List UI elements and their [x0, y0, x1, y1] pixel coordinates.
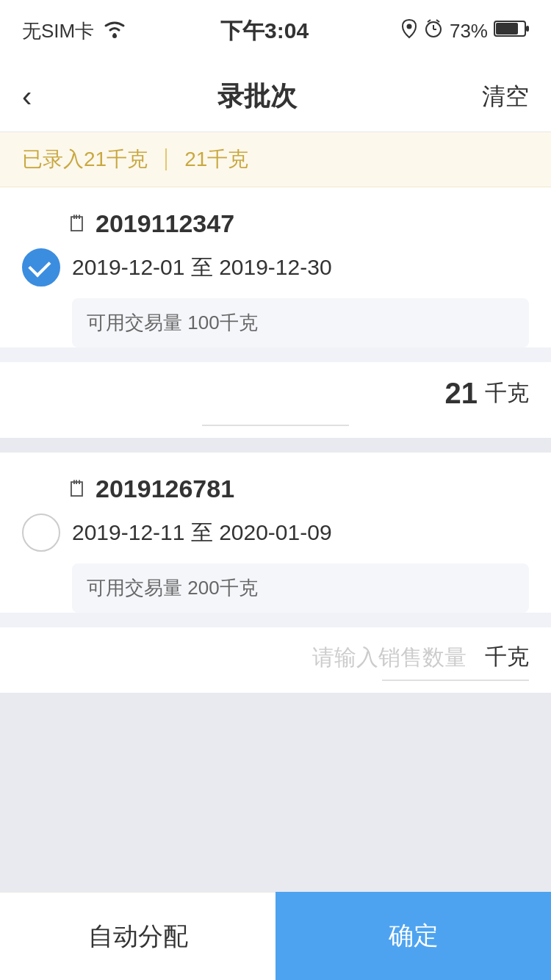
clear-button[interactable]: 清空	[482, 81, 529, 113]
batch1-qty-row: 21 千克	[0, 362, 551, 425]
batch2-input-line-wrap	[0, 680, 551, 693]
batch1-qty-value: 21	[445, 377, 478, 410]
back-button[interactable]: ‹	[22, 80, 32, 113]
batch-item-1: 🗒 2019112347 2019-12-01 至 2019-12-30 可用交…	[0, 187, 551, 347]
batch1-qty-line-wrap	[0, 425, 551, 438]
batch2-input-row[interactable]: 千克	[0, 627, 551, 680]
batch1-radio[interactable]	[22, 248, 60, 287]
svg-point-0	[112, 34, 117, 38]
page-title: 录批次	[217, 79, 297, 115]
status-right: 73%	[401, 18, 529, 44]
batch1-date: 2019-12-01 至 2019-12-30	[72, 253, 332, 283]
batch2-input-underline	[382, 680, 529, 681]
svg-rect-9	[526, 26, 529, 32]
auto-distribute-button[interactable]: 自动分配	[0, 892, 276, 980]
nav-bar: ‹ 录批次 清空	[0, 62, 551, 132]
bottom-bar: 自动分配 确定	[0, 892, 551, 980]
batch2-icon: 🗒	[66, 477, 88, 502]
wifi-icon	[101, 18, 128, 44]
batch1-header: 🗒 2019112347	[22, 209, 529, 238]
confirm-button[interactable]: 确定	[276, 892, 551, 980]
batch2-unit: 千克	[485, 642, 529, 672]
svg-point-1	[406, 24, 411, 29]
svg-line-6	[436, 20, 439, 22]
batch2-radio[interactable]	[22, 514, 60, 552]
batch2-date: 2019-12-11 至 2020-01-09	[72, 518, 332, 548]
batch1-id: 2019112347	[96, 209, 234, 238]
batch2-header: 🗒 2019126781	[22, 475, 529, 503]
info-bar: 已录入21千克 21千克	[0, 132, 551, 187]
total-label: 21千克	[184, 145, 248, 173]
status-bar: 无SIM卡 下午3:04 73%	[0, 0, 551, 62]
info-divider	[165, 148, 167, 170]
batch-item-2: 🗒 2019126781 2019-12-11 至 2020-01-09 可用交…	[0, 453, 551, 613]
svg-line-5	[428, 20, 431, 22]
location-icon	[401, 18, 417, 44]
batch1-qty-divider	[202, 425, 349, 426]
sim-text: 无SIM卡	[22, 18, 94, 44]
batch1-date-row[interactable]: 2019-12-01 至 2019-12-30	[22, 248, 529, 287]
batch1-icon: 🗒	[66, 212, 88, 237]
recorded-label: 已录入21千克	[22, 145, 148, 173]
status-time: 下午3:04	[220, 16, 309, 46]
batch2-avail: 可用交易量 200千克	[72, 563, 529, 613]
section-divider	[0, 438, 551, 453]
batch1-avail: 可用交易量 100千克	[72, 298, 529, 347]
batch2-date-row[interactable]: 2019-12-11 至 2020-01-09	[22, 514, 529, 552]
batch2-id: 2019126781	[96, 475, 234, 503]
battery-icon	[494, 19, 529, 43]
batch2-qty-input[interactable]	[257, 645, 478, 670]
svg-rect-8	[496, 23, 518, 35]
battery-percent: 73%	[450, 20, 488, 43]
alarm-icon	[423, 18, 444, 44]
batch1-qty-unit: 千克	[485, 378, 529, 408]
status-left: 无SIM卡	[22, 18, 128, 44]
